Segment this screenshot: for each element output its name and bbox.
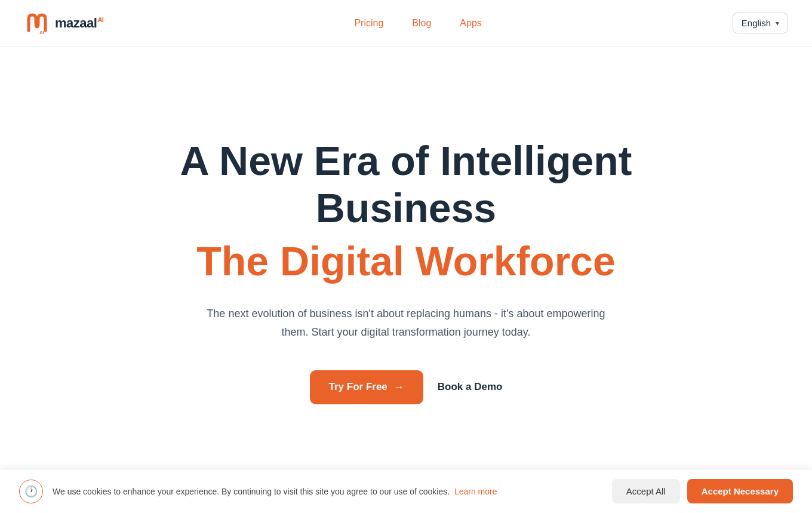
book-demo-button[interactable]: Book a Demo bbox=[438, 381, 503, 393]
hero-subtitle: The next evolution of business isn't abo… bbox=[203, 305, 609, 341]
try-for-free-label: Try For Free bbox=[329, 381, 387, 393]
svg-text:AI: AI bbox=[39, 30, 44, 35]
logo-icon: AI bbox=[24, 10, 50, 36]
accept-necessary-button[interactable]: Accept Necessary bbox=[687, 479, 793, 503]
hero-title-line1: A New Era of Intelligent bbox=[180, 138, 632, 183]
hero-title-line2: Business bbox=[316, 185, 496, 231]
hero-title: A New Era of Intelligent Business bbox=[180, 137, 632, 231]
hero-title-orange: The Digital Workforce bbox=[196, 237, 616, 286]
accept-all-button[interactable]: Accept All bbox=[612, 479, 680, 503]
clock-icon: 🕐 bbox=[24, 485, 38, 498]
logo[interactable]: AI mazaalAI bbox=[24, 10, 103, 36]
logo-text: mazaalAI bbox=[55, 16, 103, 31]
cookie-banner: 🕐 We use cookies to enhance your experie… bbox=[0, 469, 812, 513]
nav-apps[interactable]: Apps bbox=[460, 18, 481, 29]
nav-links: Pricing Blog Apps bbox=[354, 18, 481, 29]
nav-pricing[interactable]: Pricing bbox=[354, 18, 383, 29]
header: AI mazaalAI Pricing Blog Apps English ▾ bbox=[0, 0, 812, 47]
try-for-free-button[interactable]: Try For Free → bbox=[310, 370, 423, 404]
learn-more-link[interactable]: Learn more bbox=[454, 487, 497, 496]
hero-section: A New Era of Intelligent Business The Di… bbox=[0, 47, 812, 471]
cookie-icon-wrapper: 🕐 bbox=[19, 480, 43, 503]
language-selector[interactable]: English ▾ bbox=[733, 13, 788, 33]
cookie-message: We use cookies to enhance your experienc… bbox=[53, 487, 602, 496]
hero-buttons: Try For Free → Book a Demo bbox=[310, 370, 503, 404]
language-selected-label: English bbox=[742, 18, 771, 28]
nav-blog[interactable]: Blog bbox=[412, 18, 431, 29]
arrow-right-icon: → bbox=[393, 381, 404, 394]
cookie-buttons: Accept All Accept Necessary bbox=[612, 479, 793, 503]
chevron-down-icon: ▾ bbox=[776, 19, 779, 27]
